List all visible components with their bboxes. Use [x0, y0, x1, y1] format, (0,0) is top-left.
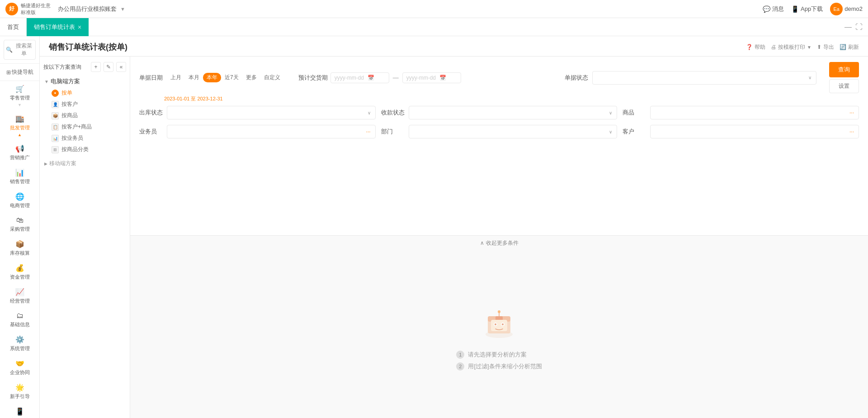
filter-date-item: 单据日期 上月 本月 本年 近7天 更多 自定义 [139, 73, 284, 82]
sidebar-item-sales[interactable]: 📊 销售管理 [0, 165, 39, 189]
settings-button[interactable]: 设置 [829, 79, 859, 93]
add-scheme-button[interactable]: + [91, 62, 101, 72]
customer-select[interactable]: ··· [650, 125, 859, 138]
sidebar-search-area: 🔍 搜索菜单 [0, 36, 39, 64]
pc-section: ▼ 电脑端方案 ● 按单 👤 按客户 📦 [43, 76, 126, 155]
query-button[interactable]: 查询 [829, 62, 859, 77]
salesperson-more-icon: ··· [366, 128, 371, 135]
sidebar-item-enterprise[interactable]: 🤝 企业协同 [0, 356, 39, 380]
sidebar-item-ecommerce[interactable]: 🌐 电商管理 [0, 189, 39, 213]
date-this-month-button[interactable]: 本月 [185, 73, 203, 82]
pc-section-header[interactable]: ▼ 电脑端方案 [43, 76, 126, 87]
inventory-icon: 📦 [15, 240, 24, 248]
sidebar-item-system[interactable]: ⚙️ 系统管理 [0, 332, 39, 356]
quick-nav-button[interactable]: ⊞ 快捷导航 [0, 66, 39, 79]
expected-date-end-input[interactable]: yyyy-mm-dd 📅 [402, 72, 461, 83]
filter-payment-status: 收款状态 ∨ [381, 106, 618, 119]
date-7days-button[interactable]: 近7天 [221, 73, 242, 82]
sidebar-item-newbie[interactable]: 🌟 新手引导 [0, 380, 39, 404]
search-menu-button[interactable]: 🔍 搜索菜单 [4, 40, 36, 60]
logo-area: 好 畅捷通好生意 标准版 [5, 2, 51, 15]
sidebar-item-retail[interactable]: 🛒 零售管理 ▼ [0, 81, 39, 111]
hint-num-2: 2 [456, 362, 464, 370]
date-range-display: 2023-01-01 至 2023-12-31 [139, 95, 859, 102]
app-download-button[interactable]: 📱 App下载 [791, 5, 823, 13]
filter-row-2: 出库状态 ∨ 收款状态 ∨ [139, 106, 859, 119]
filter-customer: 客户 ··· [623, 125, 859, 138]
by-customer-goods-icon: 📋 [52, 124, 59, 131]
mobile-arrow-icon: ▶ [44, 162, 47, 166]
customer-label: 客户 [623, 128, 647, 136]
sidebar-item-purchase[interactable]: 🛍 采购管理 [0, 213, 39, 236]
filter-right: 单据日期 上月 本月 本年 近7天 更多 自定义 [130, 57, 868, 235]
help-button[interactable]: ❓ 帮助 [746, 43, 765, 51]
avatar: Ea [830, 3, 843, 15]
date-quick-buttons: 上月 本月 本年 近7天 更多 自定义 [167, 73, 284, 82]
filter-expected-date: 预计交货期 yyyy-mm-dd 📅 — yyyy-mm-dd 📅 [298, 72, 550, 83]
topbar-dropdown-icon[interactable]: ▼ [120, 6, 125, 12]
date-label: 单据日期 [139, 74, 164, 82]
order-status-arrow-icon: ∨ [808, 75, 811, 80]
department-select[interactable]: ∨ [409, 125, 618, 138]
topbar-right: 💬 消息 📱 App下载 Ea demo2 [763, 3, 863, 15]
tab-sales-order-stats[interactable]: 销售订单统计表 × [27, 18, 89, 36]
topbar-title: 办公用品行业模拟账套 [58, 5, 117, 13]
payment-status-arrow-icon: ∨ [609, 110, 612, 115]
sidebar-quick-nav[interactable]: ⊞ 快捷导航 [0, 64, 39, 81]
ecommerce-icon: 🌐 [15, 192, 24, 201]
goods-select[interactable]: ··· [650, 106, 859, 119]
calendar-end-icon: 📅 [439, 75, 446, 81]
sidebar-item-business[interactable]: 📈 经营管理 [0, 284, 39, 308]
tab-close-icon[interactable]: × [78, 24, 81, 31]
goods-label: 商品 [623, 109, 647, 117]
filter-row-1: 单据日期 上月 本月 本年 近7天 更多 自定义 [139, 62, 859, 93]
sidebar-item-marketing[interactable]: 📢 营销推广 [0, 141, 39, 165]
department-label: 部门 [381, 128, 406, 136]
scheme-by-customer[interactable]: 👤 按客户 [51, 99, 126, 110]
print-button[interactable]: 🖨 按模板打印 ▼ [771, 43, 811, 51]
collapse-tree-button[interactable]: « [116, 62, 126, 72]
delivery-status-select[interactable]: ∨ [167, 106, 376, 119]
refresh-button[interactable]: 🔄 刷新 [840, 43, 859, 51]
date-this-year-button[interactable]: 本年 [203, 73, 221, 82]
expected-date-start-input[interactable]: yyyy-mm-dd 📅 [330, 72, 389, 83]
wholesale-icon: 🏬 [15, 114, 24, 123]
sidebar: 🔍 搜索菜单 ⊞ 快捷导航 🛒 零售管理 ▼ 🏬 批发管理 ▲ 📢 营销推广 📊 [0, 36, 40, 418]
basic-icon: 🗂 [16, 312, 24, 320]
user-profile[interactable]: Ea demo2 [830, 3, 863, 15]
salesperson-select[interactable]: ··· [167, 125, 376, 138]
scheme-by-salesperson[interactable]: 📊 按业务员 [51, 133, 126, 144]
export-button[interactable]: ⬆ 导出 [817, 43, 834, 51]
salesperson-label: 业务员 [139, 128, 164, 136]
by-salesperson-icon: 📊 [52, 135, 59, 142]
date-prev-month-button[interactable]: 上月 [167, 73, 185, 82]
collapse-more-conditions-button[interactable]: ∧ 收起更多条件 [130, 235, 868, 251]
maximize-icon[interactable]: ⛶ [855, 23, 863, 31]
order-status-select[interactable]: ∨ [592, 71, 816, 85]
order-status-label: 单据状态 [565, 74, 590, 82]
mobile-section: ▶ 移动端方案 [43, 158, 126, 169]
message-button[interactable]: 💬 消息 [763, 5, 784, 13]
sidebar-item-finance[interactable]: 💰 资金管理 [0, 260, 39, 284]
date-more-button[interactable]: 更多 [242, 73, 260, 82]
mobile-section-header[interactable]: ▶ 移动端方案 [43, 158, 126, 169]
sidebar-item-inventory[interactable]: 📦 库存核算 [0, 236, 39, 260]
scheme-by-customer-goods[interactable]: 📋 按客户+商品 [51, 121, 126, 133]
filter-tree-icons: + ✎ « [91, 62, 126, 72]
payment-status-select[interactable]: ∨ [409, 106, 618, 119]
delivery-status-arrow-icon: ∨ [368, 110, 371, 115]
sidebar-item-wholesale[interactable]: 🏬 批发管理 ▲ [0, 111, 39, 141]
scheme-by-order[interactable]: ● 按单 [51, 87, 126, 99]
sidebar-item-basic[interactable]: 🗂 基础信息 [0, 308, 39, 332]
minimize-icon[interactable]: — [844, 23, 852, 31]
scheme-by-goods-category[interactable]: ⊞ 按商品分类 [51, 144, 126, 155]
tabbar: 首页 销售订单统计表 × — ⛶ [0, 18, 868, 36]
retail-icon: 🛒 [15, 85, 24, 93]
sidebar-item-appstore[interactable]: 📱 应用中心 [0, 404, 39, 418]
refresh-icon: 🔄 [840, 44, 846, 50]
print-arrow-icon: ▼ [807, 45, 811, 50]
scheme-by-goods[interactable]: 📦 按商品 [51, 110, 126, 121]
date-custom-button[interactable]: 自定义 [260, 73, 284, 82]
edit-scheme-button[interactable]: ✎ [104, 62, 113, 72]
tab-home[interactable]: 首页 [0, 18, 27, 36]
